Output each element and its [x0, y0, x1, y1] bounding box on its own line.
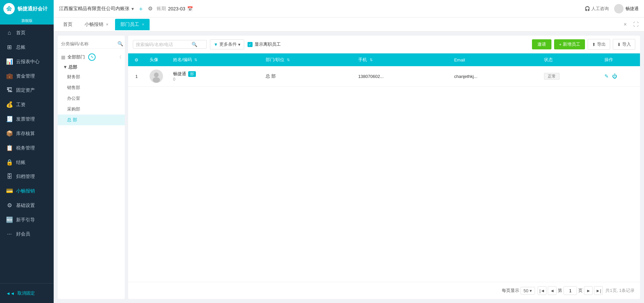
page-first-button[interactable]: |◄ [538, 286, 546, 295]
employee-toolbar: 🔍 ▼ 更多条件 ▾ ✓ 显示离职员工 邀请 + 新增员工 [128, 36, 640, 53]
sidebar-nav: ⌂ 首页 ⊞ 总账 📊 云报表中心 💼 资金管理 🏗 固定资产 💰 工资 🧾 发… [0, 25, 54, 283]
grid-icon: ▦ [61, 54, 65, 60]
dept-search-icon[interactable]: 🔍 [117, 41, 123, 46]
col-name[interactable]: 姓名/编码 ⇅ [168, 53, 261, 66]
export-icon: ⬆ [592, 42, 596, 47]
employee-search-icon[interactable]: 🔍 [192, 42, 197, 47]
sidebar-item-more[interactable]: ··· 好会员 [0, 227, 54, 241]
tab-dept-employee[interactable]: 部门员工 × [115, 19, 150, 30]
sidebar-item-home[interactable]: ⌂ 首页 [0, 26, 54, 40]
sidebar-item-guide[interactable]: 🆕 新手引导 [0, 213, 54, 227]
show-resigned-toggle[interactable]: ✓ 显示离职员工 [248, 41, 281, 47]
dept-item-sales[interactable]: 销售部 [58, 82, 125, 93]
settings-icon[interactable]: ⚙ [148, 5, 153, 12]
svg-point-2 [153, 77, 160, 83]
user-menu[interactable]: 畅捷通 [614, 4, 639, 13]
sidebar-item-tax[interactable]: 📋 税务管理 [0, 141, 54, 155]
tab-home[interactable]: 首页 [58, 19, 78, 30]
add-company-icon[interactable]: ＋ [138, 5, 144, 13]
add-employee-label: 新增员工 [563, 41, 580, 47]
sidebar-item-inventory[interactable]: 📦 库存核算 [0, 126, 54, 141]
resigned-checkbox[interactable]: ✓ [248, 42, 253, 47]
dept-item-headquarters[interactable]: 总 部 [58, 115, 125, 125]
filter-dropdown-icon: ▾ [238, 42, 240, 47]
help-label: 人工咨询 [591, 6, 609, 12]
col-settings[interactable]: ⚙ [128, 53, 145, 66]
status-badge: 正常 [544, 73, 559, 80]
employee-name: 畅捷通 部 [173, 71, 256, 77]
sidebar-item-payroll[interactable]: 💰 工资 [0, 97, 54, 112]
sidebar-item-invoice[interactable]: 🧾 发票管理 [0, 112, 54, 126]
calendar-icon: 📅 [187, 6, 193, 11]
tab-dept-close[interactable]: × [142, 22, 144, 27]
page-prev-button[interactable]: ◄ [548, 286, 556, 295]
col-status: 状态 [539, 53, 600, 66]
employee-code: 0 [173, 77, 256, 82]
add-employee-button[interactable]: + 新增员工 [554, 39, 585, 49]
sidebar-item-close[interactable]: 🔒 结账 [0, 155, 54, 170]
dept-collapse-button[interactable]: 《 [117, 54, 121, 60]
row-num: 1 [128, 66, 145, 87]
invite-button[interactable]: 邀请 [532, 39, 551, 49]
sidebar-item-label: 云报表中心 [16, 59, 40, 65]
logout-employee-button[interactable]: ⏻ [612, 73, 617, 79]
page-size-box[interactable]: 50 ▾ [521, 287, 535, 295]
page-size-dropdown-icon: ▾ [530, 288, 532, 293]
row-email: chanjethkj... [449, 66, 539, 87]
sidebar-item-label: 好会员 [16, 231, 30, 237]
sidebar-item-reports[interactable]: 📊 云报表中心 [0, 54, 54, 69]
export-label: 导出 [597, 41, 606, 47]
sidebar-item-label: 库存核算 [16, 131, 35, 137]
sidebar-item-archive[interactable]: 🗄 归档管理 [0, 170, 54, 184]
sidebar-item-general-ledger[interactable]: ⊞ 总账 [0, 40, 54, 54]
tabs-controls: × ⛶ [621, 20, 640, 29]
tab-expense[interactable]: 小畅报销 × [79, 19, 114, 30]
unpin-sidebar[interactable]: ◄◄ 取消固定 [0, 287, 54, 300]
tab-expense-close[interactable]: × [106, 22, 108, 27]
filter-button[interactable]: ▼ 更多条件 ▾ [210, 39, 244, 49]
tab-dept-label: 部门员工 [120, 21, 139, 28]
dept-search-input[interactable] [61, 41, 117, 46]
dept-root-label: ▼ 总部 [58, 63, 125, 72]
export-button[interactable]: ⬆ 导出 [588, 39, 610, 50]
filter-label: 更多条件 [219, 41, 237, 47]
tab-fullscreen[interactable]: ⛶ [632, 20, 640, 29]
main-content: 江西服宝精品有限责任公司内账张 ▾ ＋ ⚙ 账期 2023-03 📅 🎧 人工咨… [54, 0, 644, 303]
help-button[interactable]: 🎧 人工咨询 [585, 6, 609, 12]
headset-icon: 🎧 [585, 6, 590, 11]
employee-search-input[interactable] [136, 42, 190, 47]
sidebar-item-fixed-assets[interactable]: 🏗 固定资产 [0, 83, 54, 97]
dept-all-label[interactable]: 全部部门 [67, 54, 85, 60]
employee-panel: 🔍 ▼ 更多条件 ▾ ✓ 显示离职员工 邀请 + 新增员工 [128, 36, 640, 299]
invoice-icon: 🧾 [6, 116, 13, 123]
logo-text-block: 畅捷通好会计 [17, 6, 48, 12]
per-page-label: 每页显示 [502, 288, 519, 294]
period-label: 账期 [157, 6, 166, 12]
sidebar-item-label: 税务管理 [16, 145, 35, 151]
company-selector[interactable]: 江西服宝精品有限责任公司内账张 ▾ [59, 6, 134, 12]
col-phone[interactable]: 手机 ⇅ [354, 53, 449, 66]
period-selector[interactable]: 账期 2023-03 📅 [157, 6, 193, 12]
app-name: 畅捷通好会计 [17, 6, 48, 12]
sidebar-item-assets-mgmt[interactable]: 💼 资金管理 [0, 69, 54, 83]
page-input[interactable] [564, 286, 577, 295]
company-dropdown-icon[interactable]: ▾ [131, 6, 134, 11]
import-button[interactable]: ⬇ 导入 [613, 39, 635, 50]
col-dept[interactable]: 部门/职位 ⇅ [261, 53, 354, 66]
import-label: 导入 [622, 41, 631, 47]
edit-employee-button[interactable]: ✎ [604, 73, 609, 79]
dept-edit-button[interactable]: ✎ [88, 53, 96, 61]
row-dept: 总 部 [261, 66, 354, 87]
sidebar-item-expense[interactable]: 💳 小畅报销 [0, 184, 54, 198]
add-icon: + [559, 42, 561, 47]
page-next-button[interactable]: ► [584, 286, 593, 295]
dept-item-office[interactable]: 办公室 [58, 93, 125, 104]
period-value: 2023-03 [168, 6, 185, 11]
dept-item-procurement[interactable]: 采购部 [58, 104, 125, 115]
dept-item-finance[interactable]: 财务部 [58, 72, 125, 82]
sidebar-item-basic-settings[interactable]: ⚙ 基础设置 [0, 198, 54, 213]
page-last-button[interactable]: ►| [594, 286, 603, 295]
dept-panel: 🔍 ▦ 全部部门 ✎ 《 ▼ 总部 财务部 销售部 办公室 采购部 总 部 [58, 36, 125, 299]
page-total: 共1页, 1条记录 [605, 288, 635, 294]
tab-close-current[interactable]: × [621, 20, 629, 29]
